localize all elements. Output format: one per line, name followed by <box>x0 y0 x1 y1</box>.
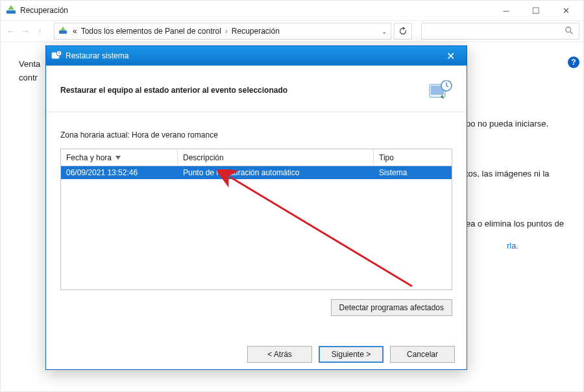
svg-point-2 <box>566 27 571 32</box>
col-date[interactable]: Fecha y hora <box>61 149 178 165</box>
breadcrumb[interactable]: « Todos los elementos de Panel de contro… <box>54 23 391 40</box>
breadcrumb-leaf[interactable]: Recuperación <box>232 27 280 36</box>
window-title: Recuperación <box>20 6 68 15</box>
breadcrumb-lead: « <box>73 27 77 36</box>
table-body: 06/09/2021 13:52:46Punto de restauración… <box>61 166 452 289</box>
svg-line-3 <box>570 31 573 34</box>
system-restore-dialog: Restaurar sistema ✕ Restaurar el equipo … <box>45 45 467 370</box>
dialog-header: Restaurar el equipo al estado anterior a… <box>46 66 467 112</box>
svg-rect-0 <box>6 10 16 14</box>
nav-forward-button[interactable]: → <box>19 25 32 38</box>
restore-icon <box>51 50 62 62</box>
next-button[interactable]: Siguiente > <box>319 346 383 363</box>
maximize-button[interactable]: ☐ <box>521 1 551 20</box>
breadcrumb-parent[interactable]: Todos los elementos de Panel de control <box>81 27 221 36</box>
nav-up-button[interactable]: ↑ <box>33 25 46 38</box>
col-type[interactable]: Tipo <box>374 149 452 165</box>
sort-desc-icon <box>116 156 121 160</box>
restore-large-icon <box>429 80 452 100</box>
cell-type: Sistema <box>374 167 452 178</box>
cancel-button[interactable]: Cancelar <box>390 346 455 363</box>
table-row[interactable]: 06/09/2021 13:52:46Punto de restauración… <box>61 166 452 179</box>
nav-back-button[interactable]: ← <box>5 25 18 38</box>
timezone-label: Zona horaria actual: Hora de verano roma… <box>60 130 452 140</box>
detect-affected-button[interactable]: Detectar programas afectados <box>331 299 452 316</box>
window-titlebar: Recuperación ─ ☐ ✕ <box>1 1 583 20</box>
recovery-small-icon <box>58 27 69 36</box>
col-date-label: Fecha y hora <box>66 153 112 162</box>
dialog-title: Restaurar sistema <box>66 51 128 60</box>
search-icon <box>565 26 574 37</box>
dialog-close-button[interactable]: ✕ <box>437 46 464 66</box>
minimize-button[interactable]: ─ <box>491 1 521 20</box>
dialog-heading: Restaurar el equipo al estado anterior a… <box>60 86 287 95</box>
breadcrumb-dropdown-icon[interactable]: ⌄ <box>382 28 387 35</box>
refresh-button[interactable] <box>394 23 412 40</box>
chevron-right-icon: › <box>225 27 228 36</box>
bg-text-r1: po no pueda iniciarse. <box>466 117 564 131</box>
col-type-label: Tipo <box>379 153 394 162</box>
cell-desc: Punto de restauración automático <box>178 167 374 178</box>
restore-points-table: Fecha y hora Descripción Tipo 06/09/2021… <box>60 149 452 290</box>
svg-rect-1 <box>59 31 67 34</box>
cell-date: 06/09/2021 13:52:46 <box>61 167 178 178</box>
bg-text-r2: tos, las imágenes ni la <box>466 167 564 181</box>
bg-link-tail[interactable]: rla. <box>507 241 518 251</box>
table-header: Fecha y hora Descripción Tipo <box>61 149 452 166</box>
dialog-titlebar: Restaurar sistema ✕ <box>46 46 467 66</box>
col-desc[interactable]: Descripción <box>178 149 374 165</box>
dialog-footer: < Atrás Siguiente > Cancelar <box>247 346 455 363</box>
address-bar: ← → ↑ « Todos los elementos de Panel de … <box>1 20 583 42</box>
close-button[interactable]: ✕ <box>551 1 581 20</box>
back-button[interactable]: < Atrás <box>247 346 312 363</box>
bg-text-r3: ea o elimina los puntos de <box>466 217 564 231</box>
recovery-icon <box>6 5 16 17</box>
col-desc-label: Descripción <box>183 153 224 162</box>
search-input[interactable] <box>421 23 579 40</box>
